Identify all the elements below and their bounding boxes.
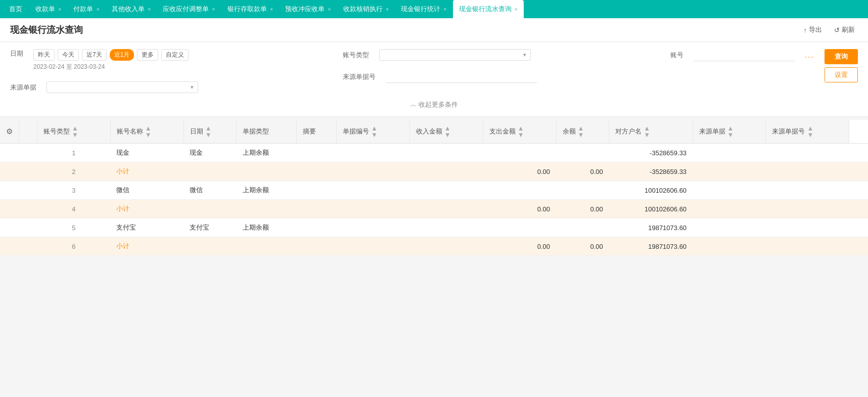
close-tab-ap-adjust[interactable]: × bbox=[212, 6, 215, 12]
table-cell bbox=[297, 181, 337, 200]
col-source-doc-no[interactable]: 来源单据号 ▲▼ bbox=[766, 120, 849, 144]
table-cell: 支付宝 bbox=[184, 218, 237, 237]
close-tab-bank-deposit[interactable]: × bbox=[270, 6, 273, 12]
close-tab-prepay-offset[interactable]: × bbox=[328, 6, 331, 12]
table-cell bbox=[409, 237, 483, 256]
table-cell: 0.00 bbox=[556, 200, 609, 218]
table-cell: 0.00 bbox=[483, 200, 556, 218]
date-btn-1month[interactable]: 近1月 bbox=[110, 49, 134, 61]
date-btn-7days[interactable]: 近7天 bbox=[82, 49, 107, 61]
refresh-button[interactable]: ↺ 刷新 bbox=[831, 23, 858, 36]
row-settings-cell bbox=[0, 162, 19, 181]
col-income[interactable]: 收入金额 ▲▼ bbox=[409, 120, 483, 144]
col-account-name[interactable]: 账号名称 ▲▼ bbox=[110, 120, 184, 144]
source-doc-select[interactable]: ▾ bbox=[47, 81, 198, 93]
table-cell bbox=[19, 237, 37, 256]
date-btn-today[interactable]: 今天 bbox=[58, 49, 79, 61]
table-cell: 19871073.60 bbox=[609, 218, 693, 237]
table-cell: 0.00 bbox=[483, 237, 556, 256]
table-cell: -3528659.33 bbox=[609, 162, 693, 181]
close-tab-verify-exec[interactable]: × bbox=[386, 6, 389, 12]
tab-cash-bank-stat[interactable]: 现金银行统计 × bbox=[395, 0, 452, 18]
source-doc-chevron-icon: ▾ bbox=[191, 84, 194, 91]
table-cell bbox=[336, 218, 409, 237]
col-counterpart[interactable]: 对方户名 ▲▼ bbox=[609, 120, 693, 144]
tab-cash-bank-flow[interactable]: 现金银行流水查询 × bbox=[453, 0, 524, 18]
table-cell bbox=[849, 218, 868, 237]
table-cell bbox=[693, 162, 766, 181]
tab-receipts[interactable]: 收款单 × bbox=[29, 0, 67, 18]
date-btn-more[interactable]: 更多 bbox=[137, 49, 158, 61]
data-table-container: ⚙ 账号类型 ▲▼ 账号名称 ▲▼ 日期 bbox=[0, 120, 868, 256]
account-dots-button[interactable]: ... bbox=[805, 51, 814, 60]
table-cell bbox=[556, 144, 609, 162]
source-doc-no-label: 来源单据号 bbox=[343, 72, 376, 81]
table-cell bbox=[409, 218, 483, 237]
table-cell bbox=[409, 144, 483, 162]
cash-bank-flow-table: ⚙ 账号类型 ▲▼ 账号名称 ▲▼ 日期 bbox=[0, 120, 868, 256]
table-settings-icon[interactable]: ⚙ bbox=[6, 127, 13, 136]
table-cell: 现金 bbox=[110, 144, 184, 162]
table-cell bbox=[184, 200, 237, 218]
table-row: 4小计0.000.00100102606.60 bbox=[0, 200, 868, 218]
query-button[interactable]: 查询 bbox=[825, 49, 858, 64]
table-cell bbox=[336, 181, 409, 200]
table-cell: 1 bbox=[37, 144, 111, 162]
col-balance[interactable]: 余额 ▲▼ bbox=[556, 120, 609, 144]
table-cell: 微信 bbox=[110, 181, 184, 200]
tab-payments[interactable]: 付款单 × bbox=[67, 0, 105, 18]
col-source-doc[interactable]: 来源单据 ▲▼ bbox=[693, 120, 766, 144]
collapse-filters-button[interactable]: ︿ 收起更多条件 bbox=[10, 98, 858, 111]
header-actions: ↑ 导出 ↺ 刷新 bbox=[801, 23, 858, 36]
table-cell: 上期余额 bbox=[237, 144, 297, 162]
col-doc-no[interactable]: 单据编号 ▲▼ bbox=[336, 120, 409, 144]
col-account-type[interactable]: 账号类型 ▲▼ bbox=[37, 120, 111, 144]
col-summary: 摘要 bbox=[297, 120, 337, 144]
source-doc-no-input[interactable] bbox=[386, 71, 537, 83]
tab-bank-deposit[interactable]: 银行存取款单 × bbox=[221, 0, 279, 18]
close-tab-cash-bank-stat[interactable]: × bbox=[443, 6, 446, 12]
close-tab-receipts[interactable]: × bbox=[58, 6, 61, 12]
table-cell: 3 bbox=[37, 181, 111, 200]
table-cell: 5 bbox=[37, 218, 111, 237]
table-cell bbox=[297, 200, 337, 218]
col-date[interactable]: 日期 ▲▼ bbox=[184, 120, 237, 144]
tab-prepay-offset[interactable]: 预收冲应收单 × bbox=[279, 0, 337, 18]
tab-ap-adjust[interactable]: 应收应付调整单 × bbox=[157, 0, 221, 18]
date-btn-custom[interactable]: 自定义 bbox=[161, 49, 189, 61]
filter-area: 日期 昨天 今天 近7天 近1月 更多 自定义 2023-02-24 至 202… bbox=[0, 42, 868, 117]
tab-verify-exec[interactable]: 收款核销执行 × bbox=[337, 0, 395, 18]
table-cell bbox=[336, 237, 409, 256]
table-cell bbox=[556, 218, 609, 237]
date-options: 昨天 今天 近7天 近1月 更多 自定义 bbox=[33, 49, 189, 61]
account-input[interactable] bbox=[694, 49, 795, 61]
account-type-select[interactable]: ▾ bbox=[379, 49, 531, 61]
table-cell: 小计 bbox=[110, 200, 184, 218]
close-tab-cash-bank-flow[interactable]: × bbox=[515, 6, 518, 12]
account-label: 账号 bbox=[670, 51, 683, 60]
tab-other-income[interactable]: 其他收入单 × bbox=[106, 0, 157, 18]
table-cell: 19871073.60 bbox=[609, 237, 693, 256]
table-cell bbox=[19, 181, 37, 200]
export-icon: ↑ bbox=[804, 26, 807, 34]
close-tab-payments[interactable]: × bbox=[96, 6, 99, 12]
export-button[interactable]: ↑ 导出 bbox=[801, 23, 826, 36]
table-cell bbox=[766, 200, 849, 218]
page-title: 现金银行流水查询 bbox=[10, 24, 83, 36]
table-cell bbox=[693, 218, 766, 237]
date-label: 日期 bbox=[10, 49, 23, 58]
table-cell bbox=[693, 181, 766, 200]
col-expense[interactable]: 支出金额 ▲▼ bbox=[483, 120, 556, 144]
table-cell bbox=[693, 237, 766, 256]
col-settings[interactable]: ⚙ bbox=[0, 120, 19, 144]
settings-button[interactable]: 设置 bbox=[825, 67, 858, 82]
page-header: 现金银行流水查询 ↑ 导出 ↺ 刷新 bbox=[0, 18, 868, 42]
table-row: 3微信微信上期余额100102606.60 bbox=[0, 181, 868, 200]
col-num bbox=[19, 120, 37, 144]
table-cell bbox=[766, 181, 849, 200]
table-cell bbox=[766, 144, 849, 162]
date-btn-yesterday[interactable]: 昨天 bbox=[33, 49, 55, 61]
nav-home[interactable]: 首页 bbox=[2, 0, 29, 18]
table-cell bbox=[19, 200, 37, 218]
close-tab-other-income[interactable]: × bbox=[148, 6, 151, 12]
